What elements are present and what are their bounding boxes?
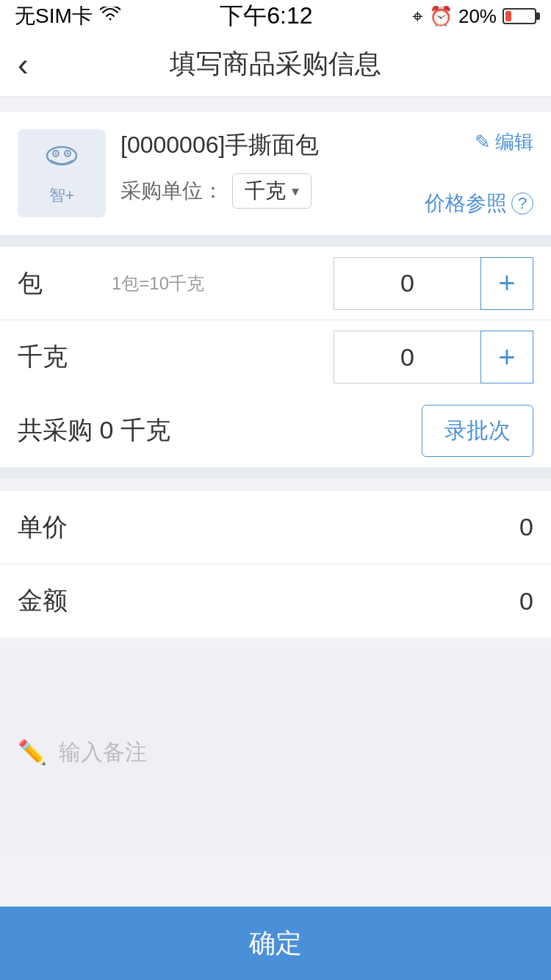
status-bar-right: ⌖ ⏰ 20% (412, 5, 536, 28)
kg-input[interactable] (334, 331, 480, 383)
back-chevron: ‹ (18, 46, 29, 83)
svg-point-3 (55, 152, 57, 154)
note-placeholder: 输入备注 (59, 738, 147, 768)
record-batch-button[interactable]: 录批次 (422, 405, 533, 457)
product-image: 智+ (18, 129, 106, 217)
note-section[interactable]: ✏️ 输入备注 (0, 649, 551, 855)
confirm-button[interactable]: 确定 (0, 907, 551, 980)
status-time: 下午6:12 (220, 0, 312, 32)
unit-select[interactable]: 千克 ▾ (232, 173, 311, 209)
battery-icon (503, 8, 536, 24)
kg-plus-button[interactable]: + (480, 331, 533, 383)
unit-price-value: 0 (519, 513, 533, 541)
note-icon: ✏️ (18, 738, 47, 766)
kg-label: 千克 (18, 340, 106, 374)
amount-value: 0 (519, 587, 533, 616)
kg-input-row: 千克 + (0, 320, 551, 394)
status-bar: 无SIM卡 下午6:12 ⌖ ⏰ 20% (0, 0, 551, 32)
pack-input-row: 包 1包=10千克 + (0, 247, 551, 320)
alarm-icon: ⏰ (429, 5, 453, 28)
wifi-icon (100, 5, 120, 28)
divider-1 (0, 235, 551, 247)
price-ref-label: 价格参照 (425, 190, 507, 217)
amount-row: 金额 0 (0, 564, 551, 638)
product-name: [0000006]手撕面包 (120, 129, 533, 162)
edit-button[interactable]: ✎ 编辑 (475, 129, 533, 155)
price-ref-button[interactable]: 价格参照 ? (425, 190, 533, 217)
location-icon: ⌖ (412, 5, 423, 28)
unit-price-label: 单价 (18, 511, 68, 544)
input-section: 包 1包=10千克 + 千克 + (0, 247, 551, 394)
help-icon: ? (511, 192, 533, 215)
unit-dropdown-arrow: ▾ (292, 182, 299, 200)
product-logo-text: 智+ (49, 184, 75, 206)
pack-label: 包 (18, 267, 106, 300)
product-card: 智+ [0000006]手撕面包 采购单位： 千克 ▾ ✎ 编辑 价格参照 ? (0, 112, 551, 235)
unit-price-row: 单价 0 (0, 491, 551, 564)
unit-value: 千克 (245, 177, 286, 205)
pack-input-wrapper: + (334, 257, 533, 310)
edit-icon: ✎ (475, 131, 491, 154)
pack-plus-button[interactable]: + (480, 257, 533, 310)
svg-point-0 (47, 147, 76, 165)
back-button[interactable]: ‹ (18, 46, 29, 83)
total-label: 共采购 0 千克 (18, 414, 170, 447)
status-bar-left: 无SIM卡 (15, 2, 120, 30)
pack-sub-label: 1包=10千克 (112, 272, 204, 295)
unit-label: 采购单位： (120, 177, 223, 205)
total-row: 共采购 0 千克 录批次 (0, 394, 551, 467)
amount-label: 金额 (18, 584, 68, 618)
pack-input[interactable] (334, 257, 480, 310)
svg-point-4 (67, 152, 69, 154)
nav-bar: ‹ 填写商品采购信息 (0, 32, 551, 97)
kg-input-wrapper: + (334, 331, 533, 383)
edit-label: 编辑 (495, 129, 533, 155)
battery-percent: 20% (458, 5, 497, 28)
divider-2 (0, 467, 551, 479)
price-section: 单价 0 金额 0 (0, 491, 551, 638)
carrier-label: 无SIM卡 (15, 2, 93, 30)
page-title: 填写商品采购信息 (170, 46, 381, 82)
product-logo-icon (43, 141, 80, 181)
